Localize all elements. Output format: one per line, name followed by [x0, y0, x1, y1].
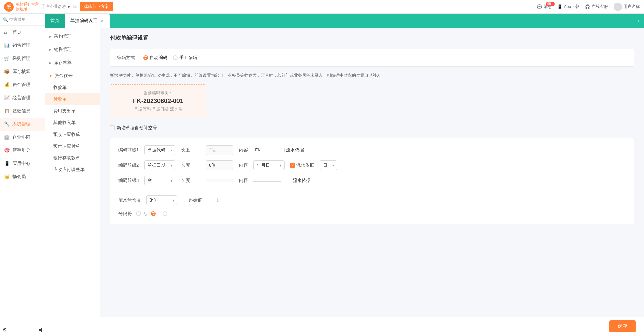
sub-sidebar: ▶ 采购管理 ▶ 销售管理 ▶ 库存核算	[45, 28, 100, 317]
sidebar-item-basic[interactable]: 📋 基础信息	[0, 104, 45, 118]
member-icon: 👑	[4, 174, 10, 179]
sidebar-item-guide[interactable]: 🎯 新手引导	[0, 144, 45, 157]
sub-group-inventory-title[interactable]: ▶ 库存核算	[45, 57, 100, 68]
preview-box: 当前编码示例： FK-20230602-001 单据代码-单据日期-流水号	[110, 84, 206, 118]
sidebar-item-purchase[interactable]: 🛒 采购管理	[0, 52, 45, 65]
sidebar-item-inventory[interactable]: 📦 库存核算	[0, 65, 45, 78]
top-bar-right: 💬 消息 99+ 📱 App下载 🎧 在线客服 用户名称	[537, 3, 640, 11]
tab-maximize-icon[interactable]: □	[638, 18, 641, 24]
message-button[interactable]: 💬 消息 99+	[537, 4, 552, 10]
save-button[interactable]: 保存	[609, 320, 636, 332]
content1-label: 内容	[239, 147, 248, 153]
tab-bar: 首页 单据编码设置 ✕ ─ □	[45, 14, 644, 28]
sub-menu-expense[interactable]: 费用支出单	[45, 105, 100, 117]
serial-row: 流水号长度 3位 ▾ 起始值	[118, 195, 626, 205]
experience-button[interactable]: 体验行业方案	[80, 2, 113, 11]
separator-options: 无 · ·	[136, 211, 170, 217]
sub-menu-receipt[interactable]: 收款单	[45, 82, 100, 93]
watermark2-unit-select[interactable]: 日 ▾	[320, 160, 337, 170]
length1-label: 长度	[181, 147, 200, 153]
company-dropdown[interactable]: 用户企业名称 ▾	[41, 4, 70, 10]
encoding-method-section: 编码方式 自动编码 手工编码	[110, 49, 634, 67]
manual-encoding-radio[interactable]: 手工编码	[173, 55, 197, 61]
prefix3-select[interactable]: 空 ▾	[144, 176, 175, 185]
sub-menu-prepay-receivable[interactable]: 预收冲应收单	[45, 129, 100, 140]
home-icon: ⌂	[4, 29, 10, 35]
bottom-bar: 保存	[45, 317, 644, 335]
tab-document-code[interactable]: 单据编码设置 ✕	[65, 14, 110, 28]
sub-group-sales-title[interactable]: ▶ 销售管理	[45, 44, 100, 55]
sep-dot-radio[interactable]: ·	[151, 211, 158, 216]
sub-group-capital: ▼ 资金往来 收款单 付款单 费用支出单 其他收入单 预收冲应收单 预付冲应付单…	[45, 70, 100, 176]
tab-bar-actions: ─ □	[634, 18, 644, 24]
sub-menu-prepay-payable[interactable]: 预付冲应付单	[45, 140, 100, 152]
start-value-input[interactable]	[213, 196, 241, 204]
auto-encoding-dot	[143, 55, 148, 60]
divider	[118, 191, 626, 191]
operation-icon: 📈	[4, 95, 10, 101]
basic-icon: 📋	[4, 108, 10, 114]
sub-group-purchase-title[interactable]: ▶ 采购管理	[45, 30, 100, 42]
content2-select[interactable]: 年月日 ▾	[253, 160, 285, 170]
tab-home[interactable]: 首页	[45, 14, 65, 28]
sidebar-item-app[interactable]: 📱 应用中心	[0, 157, 45, 170]
search-icon: 🔍	[3, 17, 8, 22]
length1-input[interactable]: 2位	[206, 145, 233, 155]
sub-menu-adjust[interactable]: 应收应付调整单	[45, 164, 100, 176]
sidebar-item-sales[interactable]: 📊 销售管理	[0, 39, 45, 52]
content-area: 首页 单据编码设置 ✕ ─ □ ▶ 采购管理	[45, 14, 644, 335]
sep-none-dot	[136, 211, 141, 216]
prefix3-label: 编码前缀3	[118, 177, 139, 184]
sidebar-item-finance[interactable]: 💰 资金管理	[0, 78, 45, 91]
sidebar-item-corp[interactable]: 🏢 企业协同	[0, 131, 45, 144]
length3-label: 长度	[181, 177, 200, 184]
app-icon: 📱	[4, 161, 10, 166]
app-download-button[interactable]: 📱 App下载	[557, 4, 579, 10]
sep-none-radio[interactable]: 无	[136, 211, 147, 217]
sidebar-search[interactable]: 🔍 搜索菜单	[0, 14, 45, 26]
collapse-icon[interactable]: ◀	[38, 327, 42, 332]
sub-menu-bank-deposit[interactable]: 银行存取款单	[45, 152, 100, 164]
config-row-1: 编码前缀1 单据代码 ▾ 长度 2位 内容 FK 流水依	[118, 145, 626, 155]
sub-menu-payment[interactable]: 付款单	[45, 93, 100, 105]
logo: 畅 畅捷通好生意 旗舰版	[4, 2, 39, 12]
prefix2-select[interactable]: 单据日期 ▾	[144, 160, 175, 170]
encoding-radio-group: 自动编码 手工编码	[143, 55, 197, 61]
settings-icon[interactable]: ⚙	[73, 4, 77, 9]
sidebar-item-member[interactable]: 👑 畅会员	[0, 170, 45, 183]
length2-input[interactable]: 8位	[206, 160, 233, 170]
prefix2-label: 编码前缀2	[118, 162, 139, 168]
inventory-icon: 📦	[4, 69, 10, 74]
settings-bottom-icon[interactable]: ⚙	[3, 327, 7, 332]
length3-input[interactable]	[206, 179, 233, 182]
config-row-3: 编码前缀3 空 ▾ 长度 内容 流水依据	[118, 176, 626, 185]
tab-close-icon[interactable]: ✕	[99, 18, 104, 23]
watermark2-check[interactable]: ✓	[290, 163, 295, 168]
user-avatar[interactable]: 用户名称	[614, 3, 640, 11]
sidebar-item-system[interactable]: 🔧 系统管理	[0, 118, 45, 131]
serial-length-label: 流水号长度	[118, 197, 141, 203]
info-text: 新增单据时，'单据编码'自动生成，不可编辑。前缀设置为部门、业务员等档案类，开单…	[110, 72, 634, 79]
sidebar-item-operation[interactable]: 📈 经营管理	[0, 91, 45, 104]
serial-length-select[interactable]: 3位 ▾	[146, 195, 177, 205]
separator-label: 分隔符	[118, 211, 132, 217]
config-row-2: 编码前缀2 单据日期 ▾ 长度 8位 内容 年月日 ▾	[118, 160, 626, 170]
watermark1-check[interactable]	[280, 148, 285, 152]
auto-encoding-radio[interactable]: 自动编码	[143, 55, 167, 61]
auto-fill-checkbox[interactable]	[110, 125, 115, 130]
tab-minimize-icon[interactable]: ─	[634, 18, 637, 24]
prefix1-select[interactable]: 单据代码 ▾	[144, 145, 175, 155]
sep-dash-label: ·	[169, 211, 170, 216]
phone-icon: 📱	[557, 4, 563, 9]
corp-icon: 🏢	[4, 134, 10, 140]
sep-dash-radio[interactable]: ·	[163, 211, 170, 216]
logo-icon: 畅	[4, 2, 14, 12]
online-service-button[interactable]: 🎧 在线客服	[585, 4, 608, 10]
manual-encoding-dot	[173, 55, 178, 60]
length2-label: 长度	[181, 162, 200, 168]
top-bar-left: 畅 畅捷通好生意 旗舰版 用户企业名称 ▾ ⚙ 体验行业方案	[4, 2, 113, 12]
sidebar-item-home[interactable]: ⌂ 首页	[0, 26, 45, 39]
sub-group-capital-title[interactable]: ▼ 资金往来	[45, 70, 100, 82]
sub-menu-other-income[interactable]: 其他收入单	[45, 117, 100, 129]
watermark3-check[interactable]	[287, 178, 291, 183]
